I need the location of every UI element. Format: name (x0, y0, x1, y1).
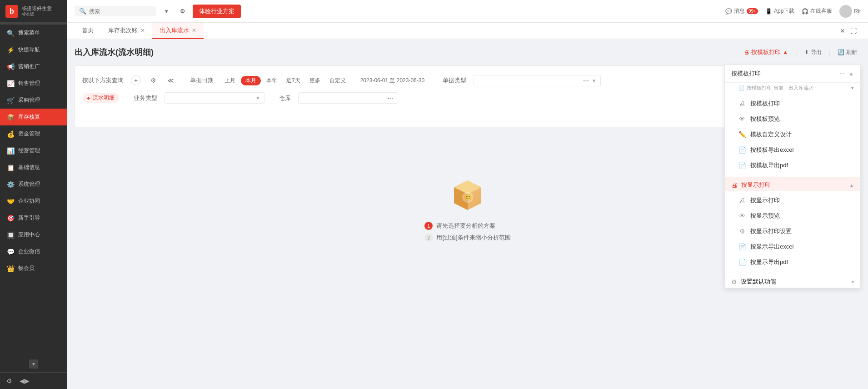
date-option-this-year[interactable]: 本年 (263, 75, 281, 86)
filter-config-btn[interactable]: ⚙ (148, 75, 158, 85)
sidebar-item-wechat[interactable]: 💬 企业微信 (0, 243, 67, 260)
display-print-header[interactable]: 🖨 按显示打印 ▲ (725, 177, 860, 191)
online-service-btn[interactable]: 🎧 在线客服 (802, 7, 832, 15)
message-btn[interactable]: 💬 消息 99+ (725, 7, 758, 15)
dropdown-item-template-custom[interactable]: ✏️ 模板自定义设计 (725, 127, 860, 142)
custom-icon: ✏️ (738, 131, 746, 138)
refresh-btn-label: 刷新 (846, 49, 857, 56)
excel-icon-2: 📄 (738, 243, 746, 250)
refresh-btn[interactable]: 🔄 刷新 (834, 47, 861, 58)
collapse-sidebar-icon[interactable]: ◀▶ (20, 377, 30, 384)
dropdown-title: 按模板打印 (731, 70, 761, 78)
sidebar-item-operation[interactable]: 📊 经营管理 (0, 142, 67, 159)
set-default-expand[interactable]: ▾ (852, 279, 854, 284)
date-option-last-month[interactable]: 上月 (221, 75, 239, 86)
date-option-custom[interactable]: 自定义 (326, 75, 349, 86)
sidebar-item-purchase[interactable]: 🛒 采购管理 (0, 92, 67, 109)
app-edition: 标准版 (22, 11, 52, 17)
sidebar-item-label: 快捷导航 (18, 46, 40, 54)
dropdown-item-template-excel[interactable]: 📄 按模板导出excel (725, 142, 860, 158)
dropdown-item-display-preview[interactable]: 👁 按显示预览 (725, 208, 860, 224)
biz-type-select[interactable]: ▾ (165, 92, 264, 104)
tab-home-label: 首页 (82, 26, 94, 35)
print-btn[interactable]: 🖨 按模板打印 ▲ (740, 46, 792, 58)
preview-icon-1: 👁 (738, 115, 746, 123)
sidebar-item-newbie[interactable]: 🎯 新手引导 (0, 209, 67, 226)
sidebar-item-marketing[interactable]: 📢 营销推广 (0, 58, 67, 75)
display-excel-label: 按显示导出excel (750, 243, 793, 251)
dropdown-header: 按模板打印 ⋯ ▲ (725, 65, 860, 83)
date-options: 上月 本月 本年 近7天 更多 自定义 (221, 75, 349, 86)
chart-up-icon: 📈 (6, 80, 15, 87)
title-actions: 🖨 按模板打印 ▲ | ⬆ 导出 | 🔄 刷新 (740, 46, 861, 58)
window-expand-btn[interactable]: ⛶ (850, 27, 857, 35)
dropdown-item-template-pdf[interactable]: 📄 按模板导出pdf (725, 158, 860, 173)
sidebar-item-finance[interactable]: 💰 资金管理 (0, 125, 67, 142)
default-icon: ⚙ (731, 278, 737, 285)
date-range-display: 2023-06-01 至 2023-06-30 (360, 77, 424, 85)
display-print-header-icon: 🖨 (731, 181, 738, 189)
current-icon: 📄 (738, 85, 745, 91)
voucher-type-placeholder (479, 77, 579, 84)
date-option-more[interactable]: 更多 (306, 75, 324, 86)
voucher-type-select[interactable]: ⋯ ▾ (474, 75, 601, 86)
warehouse-more-btn[interactable]: ⋯ (387, 95, 393, 101)
display-section-expand[interactable]: ▲ (849, 183, 854, 188)
sidebar-item-member[interactable]: 👑 畅会员 (0, 260, 67, 277)
date-option-7days[interactable]: 近7天 (283, 75, 304, 86)
topbar-dropdown-btn[interactable]: ▾ (160, 5, 173, 18)
more-icon[interactable]: ⋯ (839, 70, 845, 77)
filter-scheme-label: 按以下方案查询 (82, 76, 124, 85)
crown-icon: 👑 (6, 265, 15, 272)
current-template-text: 按模板打印 (747, 85, 772, 91)
sidebar-item-appstore[interactable]: 🔲 应用中心 (0, 226, 67, 243)
current-label-text: 当前：出入库流水 (773, 85, 813, 91)
sidebar-item-sales[interactable]: 📈 销售管理 (0, 75, 67, 92)
dropdown-item-display-pdf[interactable]: 📄 按显示导出pdf (725, 254, 860, 270)
display-print-label: 按显示打印 (750, 196, 780, 204)
more-options-btn[interactable]: ⋯ (583, 77, 589, 84)
dropdown-divider-1 (725, 176, 860, 176)
empty-state-steps: 1 请先选择要分析的方案 2 用[过滤]条件来缩小分析范围 (424, 222, 510, 245)
sidebar-item-search[interactable]: 🔍 搜索菜单 (0, 25, 67, 41)
dropdown-item-display-print[interactable]: 🖨 按显示打印 (725, 193, 860, 208)
voucher-type-label: 单据类型 (443, 76, 466, 85)
warehouse-select[interactable]: ⋯ (298, 92, 398, 104)
sidebar-item-shortcut[interactable]: ⚡ 快捷导航 (0, 41, 67, 58)
dropdown-item-template-preview[interactable]: 👁 按模板预览 (725, 111, 860, 127)
sidebar-scroll-down[interactable]: ▼ (29, 359, 38, 369)
industry-btn[interactable]: 体验行业方案 (193, 5, 241, 18)
sidebar-item-inventory[interactable]: 📦 库存核算 (0, 109, 67, 125)
tab-flow[interactable]: 出入库流水 ✕ (152, 23, 204, 39)
dropdown-item-template-print[interactable]: 🖨 按模板打印 (725, 96, 860, 111)
dropdown-item-display-excel[interactable]: 📄 按显示导出excel (725, 239, 860, 254)
export-btn[interactable]: ⬆ 导出 (801, 47, 825, 58)
biz-type-label: 业务类型 (134, 94, 157, 102)
search-input[interactable] (89, 8, 144, 15)
logo-icon: b (5, 5, 18, 18)
settings-icon[interactable]: ⚙ (6, 377, 12, 384)
empty-step-1: 1 请先选择要分析的方案 (424, 222, 510, 230)
print-dropdown-arrow[interactable]: ▲ (783, 49, 788, 55)
dropdown-item-display-print-settings[interactable]: ⚙ 按显示打印设置 (725, 224, 860, 239)
app-download-btn[interactable]: 📱 App下载 (765, 7, 794, 15)
set-default-header[interactable]: ⚙ 设置默认功能 ▾ (725, 274, 860, 288)
sidebar-item-system[interactable]: ⚙️ 系统管理 (0, 176, 67, 193)
sidebar-item-label: 新手引导 (18, 214, 40, 222)
dropdown-collapse-icon[interactable]: ▲ (848, 70, 854, 77)
topbar-settings-btn[interactable]: ⚙ (176, 5, 189, 18)
user-avatar-area[interactable]: Rit (839, 5, 861, 18)
filter-collapse-btn[interactable]: ≪ (165, 75, 175, 85)
step-1-text: 请先选择要分析的方案 (436, 222, 495, 230)
sidebar-item-base[interactable]: 📋 基础信息 (0, 159, 67, 176)
page-content: 出入库流水(流水明细) 🖨 按模板打印 ▲ | ⬆ 导出 | 🔄 刷新 (67, 39, 868, 389)
tab-batch-account[interactable]: 库存批次账 ✕ (101, 23, 152, 39)
sidebar-item-cooperation[interactable]: 🤝 企业协同 (0, 193, 67, 209)
window-close-btn[interactable]: ✕ (839, 27, 846, 35)
tab-flow-close[interactable]: ✕ (192, 27, 196, 34)
template-print-label: 按模板打印 (750, 100, 780, 108)
filter-add-btn[interactable]: + (131, 75, 141, 85)
tab-home[interactable]: 首页 (75, 23, 101, 39)
date-option-this-month[interactable]: 本月 (241, 76, 261, 85)
tab-batch-close[interactable]: ✕ (140, 27, 145, 34)
